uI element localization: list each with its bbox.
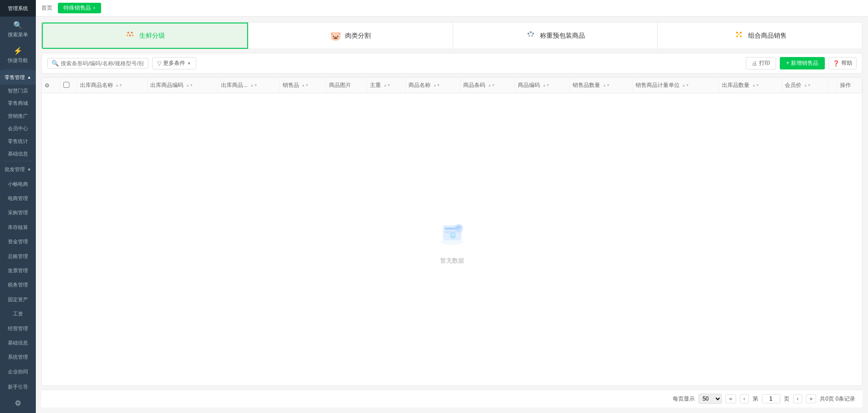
sidebar-item-system[interactable]: 系统管理 [6,350,30,364]
sort-icon-goods-name: ▲▼ [433,84,440,87]
search-input[interactable] [61,60,143,67]
sort-icon-out-code: ▲▼ [186,84,193,87]
th-action: 操作 [837,78,862,93]
sidebar-item-tax[interactable]: 税务管理 [6,278,30,292]
filter-button[interactable]: ▽ 更多条件 ▼ [152,57,196,69]
svg-point-7 [532,33,534,34]
sidebar-item-settings[interactable]: ⚙ [13,395,23,413]
sidebar-item-invoice[interactable]: 发票管理 [6,264,30,278]
th-out-qty[interactable]: 出库品数量 ▲▼ [719,78,782,93]
th-out-name[interactable]: 出库商品名称 ▲▼ [77,78,148,93]
sort-icon-out-spec: ▲▼ [250,84,258,87]
sidebar-item-retail-mall[interactable]: 零售商城 [6,97,30,109]
sidebar-item-finance[interactable]: 资金管理 [6,235,30,249]
search-box[interactable]: 🔍 [47,58,148,69]
th-checkbox[interactable] [60,78,77,93]
sidebar-item-search[interactable]: 🔍 搜索菜单 [6,17,30,42]
per-page-select[interactable]: 50 10 20 100 [698,394,722,404]
next-page-button[interactable]: › [793,394,802,403]
filter-icon: ▽ [157,60,161,67]
page-input[interactable] [762,394,780,403]
sidebar-item-promo[interactable]: 营销推广 [6,110,30,122]
select-all-checkbox[interactable] [63,82,69,88]
th-spacer [828,78,837,93]
settings-col-icon: ⚙ [45,82,50,89]
svg-point-14 [738,34,740,35]
sort-icon-sale-goods: ▲▼ [301,84,309,87]
prev-page-button[interactable]: ‹ [740,394,749,403]
svg-point-9 [531,35,533,37]
sidebar-item-quick[interactable]: ⚡ 快捷导航 [6,42,30,68]
empty-state: 暂无数据 [42,93,862,385]
sidebar-item-ops[interactable]: 经营管理 [6,321,30,336]
cat-tab-fresh[interactable]: 生鲜分级 [42,23,248,49]
sidebar-logo: 管理系统 [0,0,36,17]
cat-tab-meat[interactable]: 🐷 肉类分割 [248,23,453,49]
svg-point-0 [127,32,129,34]
toolbar-right: 🖨 打印 + 新增销售品 ❓ 帮助 [746,57,857,69]
help-icon: ❓ [833,60,840,67]
th-barcode[interactable]: 商品条码 ▲▼ [460,78,515,93]
svg-point-4 [132,34,134,36]
cat-tab-weight[interactable]: 称重预包装商品 [453,23,658,49]
th-image: 商品图片 [326,78,367,93]
sidebar-item-smart-store[interactable]: 智慧门店 [6,85,30,97]
sidebar-item-retail-stats[interactable]: 零售统计 [6,135,30,148]
sidebar-item-wholesale[interactable]: 批发管理 ▼ [0,162,36,177]
print-icon: 🖨 [752,60,757,67]
sort-icon-sale-qty: ▲▼ [603,84,610,87]
sort-icon-main-weight: ▲▼ [383,84,391,87]
sidebar-item-base-info[interactable]: 基础信息 [6,148,30,160]
th-out-spec[interactable]: 出库商品... ▲▼ [218,78,280,93]
svg-point-8 [528,35,530,37]
table-header-row: ⚙ 出库商品名称 ▲▼ 出库商品编码 ▲▼ [42,78,862,93]
page-label: 第 [753,395,758,403]
divider-1 [4,69,32,69]
sidebar-item-mini-ecom[interactable]: 小畅电商 [6,177,30,191]
th-out-code[interactable]: 出库商品编码 ▲▼ [148,78,218,93]
sidebar-item-member[interactable]: 会员中心 [6,122,30,135]
sidebar-item-hr[interactable]: 工资 [11,307,25,321]
th-goods-name[interactable]: 商品名称 ▲▼ [406,78,460,93]
sidebar-item-newbie[interactable]: 新手引导 [6,380,30,394]
sidebar-item-base2[interactable]: 基础信息 [6,336,30,350]
th-goods-code[interactable]: 商品编码 ▲▼ [515,78,570,93]
th-sale-qty[interactable]: 销售品数量 ▲▼ [570,78,632,93]
new-sale-item-button[interactable]: + 新增销售品 [780,57,825,69]
category-tabs: 生鲜分级 🐷 肉类分割 称重预包装商品 [41,22,862,49]
sort-icon-goods-code: ▲▼ [543,84,550,87]
sidebar-item-inventory[interactable]: 库存核算 [6,220,30,235]
svg-point-19 [454,224,463,232]
tab-close-icon[interactable]: × [93,6,96,11]
first-page-button[interactable]: « [726,394,736,403]
th-main-weight[interactable]: 主重 ▲▼ [367,78,405,93]
svg-point-13 [740,35,742,37]
svg-point-1 [131,32,133,34]
svg-point-2 [129,34,131,36]
total-info: 共0页 0条记录 [820,395,855,403]
sidebar-item-assets[interactable]: 固定资产 [6,293,30,307]
sidebar-item-purchase[interactable]: 采购管理 [6,206,30,220]
sidebar-item-ledger[interactable]: 总账管理 [6,249,30,264]
th-sale-goods[interactable]: 销售品 ▲▼ [279,78,326,93]
arrow-icon: ▲ [27,75,31,80]
th-member-price[interactable]: 会员价 ▲▼ [782,78,828,93]
cat-tab-combo[interactable]: 组合商品销售 [658,23,862,49]
sidebar-item-ecom-mgmt[interactable]: 电商管理 [6,191,30,206]
th-settings[interactable]: ⚙ [42,78,60,93]
sidebar-section-retail: 零售管理 ▲ 智慧门店 零售商城 营销推广 会员中心 零售统计 基础信息 [0,70,36,161]
last-page-button[interactable]: » [806,394,817,403]
active-tab: 特殊销售品 × [58,3,101,13]
empty-text: 暂无数据 [440,257,464,265]
sidebar-item-corp[interactable]: 企业协同 [6,365,30,379]
active-tab-label: 特殊销售品 [63,4,91,12]
pagination: 每页显示 50 10 20 100 « ‹ 第 页 › » 共0页 0条记录 [41,390,862,407]
svg-point-11 [740,32,742,34]
breadcrumb-home[interactable]: 首页 [41,4,56,12]
filter-arrow-icon: ▼ [187,61,191,66]
th-sale-unit[interactable]: 销售商品计量单位 ▲▼ [632,78,719,93]
help-button[interactable]: ❓ 帮助 [828,57,857,69]
sidebar-item-retail[interactable]: 零售管理 ▲ [0,70,36,85]
print-button[interactable]: 🖨 打印 [746,57,776,69]
combo-icon [733,29,744,42]
